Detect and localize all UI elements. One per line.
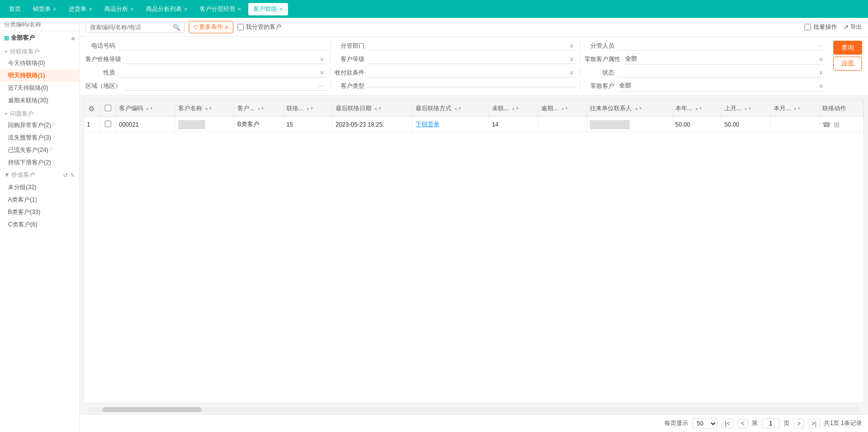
nav-product-analysis-list-close-icon[interactable]: ✕ (184, 6, 188, 12)
next-page-btn[interactable]: > (794, 419, 804, 429)
sidebar-item-tomorrow[interactable]: 明天待联络(1) (0, 70, 79, 82)
col-overdue-sort[interactable]: ▲▼ (561, 106, 569, 111)
col-overdue: 逾期... ▲▼ (538, 100, 587, 117)
sidebar-item-ungrouped[interactable]: 未分组(32) (0, 181, 79, 194)
scrollbar-thumb[interactable] (102, 407, 202, 412)
col-contact-sort[interactable]: ▲▼ (306, 106, 314, 111)
nav-customer-contact[interactable]: 客户联络 ✕ (248, 3, 288, 15)
td-action: ☎ ⊞ (819, 117, 864, 132)
col-not-contacted-sort[interactable]: ▲▼ (511, 106, 519, 111)
nav-sales-order[interactable]: 销货单 ✕ (28, 3, 62, 15)
phone-input[interactable] (118, 41, 326, 51)
gear-icon[interactable]: ⚙ (88, 105, 95, 113)
sidebar-item-overdue[interactable]: 逾期未联络(30) (0, 94, 79, 107)
sidebar-item-type-c[interactable]: C类客户(6) (0, 218, 79, 231)
scrollbar-area[interactable] (79, 407, 868, 414)
col-this-month: 本月... ▲▼ (770, 100, 819, 117)
col-last-contact-method-sort[interactable]: ▲▼ (454, 106, 462, 111)
sidebar-item-today[interactable]: 今天待联络(0) (0, 57, 79, 70)
main-search-icon[interactable]: 🔍 (173, 24, 180, 31)
gender-select[interactable]: ∨ (118, 68, 326, 77)
sidebar-item-type-a[interactable]: A类客户(1) (0, 194, 79, 206)
edit-icon[interactable]: ✎ (70, 172, 75, 179)
nav-sales-label: 销货单 (33, 5, 51, 13)
col-company-contact-sort[interactable]: ▲▼ (635, 106, 643, 111)
row-checkbox[interactable] (105, 121, 111, 127)
nav-purchase[interactable]: 进货单 ✕ (64, 3, 97, 15)
customer-type-select[interactable] (367, 85, 576, 87)
data-table-container: ⚙ 客户编码 ▲▼ 客户名称 ▲▼ (83, 100, 864, 403)
sidebar-item-churned[interactable]: 已流失客户(24) ? (0, 144, 79, 156)
filter-action-col: 查询 设置 (833, 41, 862, 71)
sidebar-all-customers[interactable]: ⊞ 全部客户 « (0, 31, 79, 45)
col-last-month-sort[interactable]: ▲▼ (744, 106, 752, 111)
nav-product-analysis-close-icon[interactable]: ✕ (130, 6, 134, 12)
filter-cell-retail: 零散客户 全部 ∨ (584, 80, 825, 91)
sidebar-item-repurchase-label: 回购异常客户(2) (8, 121, 51, 130)
per-page-select[interactable]: 50 100 200 (692, 418, 718, 429)
sidebar-item-churn-risk[interactable]: 流失预警客户(3) ? (0, 132, 79, 144)
contact-count: 15 (287, 121, 293, 128)
query-button[interactable]: 查询 (833, 41, 862, 55)
last-page-btn[interactable]: >| (808, 419, 820, 429)
my-customers-checkbox[interactable] (237, 24, 244, 30)
select-all-checkbox[interactable] (105, 105, 111, 111)
col-checkbox[interactable] (100, 100, 116, 117)
col-name-sort[interactable]: ▲▼ (205, 106, 213, 111)
nav-customer-contact-close-icon[interactable]: ✕ (279, 6, 283, 12)
more-action-icon[interactable]: ⊞ (834, 121, 840, 129)
nav-product-analysis[interactable]: 商品分析 ✕ (99, 3, 139, 15)
dept-select[interactable]: ∨ (367, 41, 576, 51)
nav-home-label: 首页 (9, 5, 21, 13)
col-this-year-sort[interactable]: ▲▼ (695, 106, 703, 111)
my-customers-checkbox-label[interactable]: 我分管的客户 (237, 23, 282, 31)
nav-home[interactable]: 首页 (4, 3, 26, 15)
more-filter-btn[interactable]: ▽ 更多条件 ∧ (189, 21, 233, 33)
export-btn[interactable]: ↗ 导出 (843, 23, 862, 31)
col-code-sort[interactable]: ▲▼ (145, 106, 153, 111)
collapse-icon[interactable]: « (71, 34, 75, 42)
retail-attr-select[interactable]: 全部 ∨ (623, 54, 825, 65)
col-gear[interactable]: ⚙ (84, 100, 100, 117)
td-checkbox[interactable] (100, 117, 116, 132)
col-type: 客户... ▲▼ (234, 100, 283, 117)
col-type-sort[interactable]: ▲▼ (257, 106, 265, 111)
page-input[interactable] (762, 419, 780, 429)
last-contact-method-link[interactable]: 下销货单 (416, 121, 439, 128)
area-select[interactable]: ··· (124, 81, 326, 91)
main-search-input[interactable] (90, 24, 171, 31)
person-dots-icon[interactable]: ··· (815, 42, 824, 49)
main-search-box[interactable]: 🔍 (85, 22, 185, 33)
payment-select[interactable]: ∨ (367, 68, 576, 77)
sidebar-item-7days[interactable]: 近7天待联络(0) (0, 82, 79, 94)
col-last-month-label: 上月... (724, 105, 741, 112)
sidebar-search-box[interactable]: 🔍 (0, 18, 79, 31)
customer-level-select[interactable]: ∨ (367, 55, 576, 64)
sidebar-item-declining[interactable]: 持续下滑客户(2) ? (0, 156, 79, 169)
nav-customer-tier-close-icon[interactable]: ✕ (237, 6, 241, 12)
nav-customer-tier[interactable]: 客户分层经营 ✕ (195, 3, 246, 15)
phone-action-icon[interactable]: ☎ (822, 121, 831, 129)
first-page-btn[interactable]: |< (722, 419, 733, 429)
sidebar-item-repurchase[interactable]: 回购异常客户(2) ? (0, 119, 79, 132)
nav-purchase-close-icon[interactable]: ✕ (88, 6, 92, 12)
set-button[interactable]: 设置 (833, 57, 862, 71)
horizontal-scrollbar[interactable] (87, 407, 860, 412)
retail-select[interactable]: 全部 ∨ (617, 80, 825, 91)
value-level-select[interactable]: ∨ (124, 55, 326, 64)
status-select[interactable]: ∨ (617, 68, 825, 77)
nav-product-analysis-list[interactable]: 商品分析列表 ✕ (141, 3, 193, 15)
payment-arrow-icon: ∨ (570, 69, 574, 76)
col-this-month-sort[interactable]: ▲▼ (793, 106, 801, 111)
batch-btn[interactable]: 批量操作 (804, 23, 837, 31)
col-last-contact-date-sort[interactable]: ▲▼ (374, 106, 382, 111)
prev-page-btn[interactable]: < (737, 419, 748, 429)
sidebar-search-input[interactable] (4, 21, 78, 28)
value-group-icons: ↺ ✎ (63, 172, 75, 179)
batch-checkbox[interactable] (804, 24, 811, 30)
nav-sales-close-icon[interactable]: ✕ (53, 6, 57, 12)
refresh-icon[interactable]: ↺ (63, 172, 68, 179)
sidebar-item-type-b[interactable]: B类客户(33) (0, 206, 79, 218)
area-dots-icon[interactable]: ··· (316, 82, 325, 89)
person-select[interactable]: ··· (617, 41, 825, 51)
